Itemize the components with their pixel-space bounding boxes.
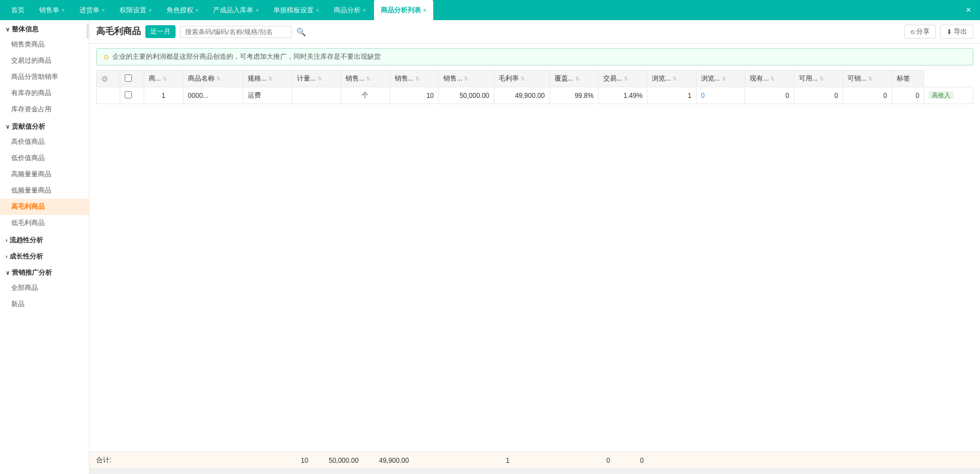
sidebar-item-low-value[interactable]: 低价值商品 [0, 150, 89, 166]
sidebar-item-high-margin[interactable]: 高毛利商品 [0, 199, 89, 215]
col-label-text-product-name: 商品名称 [188, 74, 215, 83]
col-header-unit[interactable]: 计量...⇅ [292, 71, 340, 87]
nav-tab-permission-settings[interactable]: 权限设置× [113, 0, 159, 20]
bottom-scrollbar[interactable] [89, 468, 980, 474]
sidebar-item-low-margin[interactable]: 低毛利商品 [0, 215, 89, 231]
col-header-product-name[interactable]: 商品名称⇅ [183, 71, 243, 87]
browse1-link[interactable]: 0 [701, 92, 705, 100]
sort-icon-margin-rate[interactable]: ⇅ [520, 76, 525, 82]
tab-close-icon-template-settings[interactable]: × [316, 7, 319, 13]
sort-icon-unit[interactable]: ⇅ [318, 76, 322, 82]
nav-tab-role-permission[interactable]: 角色授权× [160, 0, 206, 20]
sort-icon-spec[interactable]: ⇅ [268, 76, 273, 82]
sidebar-item-low-freq[interactable]: 低频量量商品 [0, 182, 89, 199]
sidebar-group-trend[interactable]: ›流趋性分析 [0, 231, 89, 247]
export-button[interactable]: ⬇导出 [940, 25, 973, 39]
col-header-browse1[interactable]: 浏览...⇅ [647, 71, 696, 87]
col-header-spec[interactable]: 规格...⇅ [243, 71, 292, 87]
col-label-text-sales-amount: 销售... [395, 74, 414, 83]
table-cell: 0 [892, 87, 924, 104]
tab-close-icon-product-import[interactable]: × [255, 7, 259, 13]
col-label-text-coverage: 覆盖... [555, 74, 574, 83]
col-header-sales-amount[interactable]: 销售...⇅ [390, 71, 438, 87]
info-icon: ⊙ [103, 53, 109, 61]
nav-tab-product-analysis-list[interactable]: 商品分析列表× [374, 0, 433, 20]
sort-icon-sellable[interactable]: ⇅ [868, 76, 873, 82]
sort-icon-current-stock[interactable]: ⇅ [770, 76, 775, 82]
col-header-sellable[interactable]: 可销...⇅ [843, 71, 892, 87]
window-close-icon[interactable]: × [962, 5, 976, 15]
col-header-settings: ⚙ [97, 71, 120, 87]
filter-month-btn[interactable]: 近一月 [145, 25, 176, 38]
sort-icon-browse2[interactable]: ⇅ [722, 76, 726, 82]
info-text: 企业的主要的利润都是这部分商品创造的，可考虑加大推广，同时关注库存是不要出现缺货 [112, 52, 381, 62]
search-icon[interactable]: 🔍 [296, 27, 306, 36]
sidebar-item-new-products[interactable]: 新品 [0, 296, 89, 312]
sort-icon-sales-amount[interactable]: ⇅ [415, 76, 420, 82]
col-label-text-row-num: 商... [149, 74, 161, 83]
table-cell: 10 [390, 87, 438, 104]
select-all-checkbox[interactable] [125, 74, 132, 82]
col-header-transaction[interactable]: 交易...⇅ [598, 71, 647, 87]
footer-cell [648, 457, 681, 464]
content-header: 高毛利商品 近一月 🔍 ⎋分享⬇导出 [89, 20, 980, 44]
col-header-coverage[interactable]: 覆盖...⇅ [550, 71, 598, 87]
settings-icon[interactable]: ⚙ [101, 74, 108, 83]
sort-icon-product-name[interactable]: ⇅ [216, 76, 221, 82]
sidebar-item-stock-capital[interactable]: 库存资金占用 [0, 101, 89, 118]
header-actions: ⎋分享⬇导出 [905, 25, 973, 39]
sidebar-group-overall[interactable]: ∨整体信息 [0, 20, 89, 36]
footer-cell [447, 457, 480, 464]
table-cell: 49,900.00 [494, 87, 550, 104]
sidebar-item-product-contribution[interactable]: 商品分营助销率 [0, 69, 89, 85]
sidebar-group-marketing[interactable]: ∨营销推广分析 [0, 264, 89, 280]
col-header-browse2[interactable]: 浏览...⇅ [696, 71, 745, 87]
footer-cell [413, 457, 447, 464]
nav-tab-home[interactable]: 首页 [4, 0, 31, 20]
sidebar-item-high-freq[interactable]: 高频量量商品 [0, 166, 89, 182]
nav-tab-purchase-order[interactable]: 进货单× [73, 0, 112, 20]
sidebar-item-in-stock[interactable]: 有库存的商品 [0, 85, 89, 101]
sidebar-item-all-products[interactable]: 全部商品 [0, 280, 89, 296]
sort-icon-sales-cost[interactable]: ⇅ [464, 76, 468, 82]
sort-icon-coverage[interactable]: ⇅ [575, 76, 580, 82]
col-label-text-current-stock: 现有... [750, 74, 769, 83]
tab-close-icon-sales-order[interactable]: × [61, 7, 65, 13]
tab-close-icon-permission-settings[interactable]: × [149, 7, 152, 13]
table-cell: 50,000.00 [439, 87, 494, 104]
sort-icon-transaction[interactable]: ⇅ [624, 76, 628, 82]
sidebar-group-financial[interactable]: ∨贡献值分析 [0, 118, 89, 134]
tab-close-icon-product-analysis[interactable]: × [363, 7, 366, 13]
sidebar-item-traded-products[interactable]: 交易过的商品 [0, 53, 89, 69]
sidebar-group-growth[interactable]: ›成长性分析 [0, 247, 89, 264]
row-checkbox[interactable] [125, 91, 132, 98]
tab-close-icon-role-permission[interactable]: × [196, 7, 199, 13]
sidebar-toggle[interactable]: « [87, 25, 89, 38]
sidebar-item-sales-products[interactable]: 销售类商品 [0, 36, 89, 53]
tab-close-icon-product-analysis-list[interactable]: × [423, 7, 427, 13]
col-header-row-num[interactable]: 商...⇅ [144, 71, 183, 87]
nav-tab-product-analysis[interactable]: 商品分析× [327, 0, 373, 20]
col-header-sales-qty[interactable]: 销售...⇅ [341, 71, 390, 87]
col-header-current-stock[interactable]: 现有...⇅ [745, 71, 794, 87]
group-label-overall: 整体信息 [12, 25, 39, 34]
col-header-margin-rate[interactable]: 毛利率⇅ [494, 71, 550, 87]
sort-icon-row-num[interactable]: ⇅ [163, 76, 167, 82]
table-cell: 0 [745, 87, 794, 104]
group-arrow-marketing: ∨ [6, 270, 10, 276]
nav-tab-template-settings[interactable]: 单据模板设置× [267, 0, 326, 20]
col-header-available[interactable]: 可用...⇅ [794, 71, 842, 87]
sidebar-item-high-value[interactable]: 高价值商品 [0, 134, 89, 150]
footer-cell: 0 [581, 457, 614, 464]
col-header-sales-cost[interactable]: 销售...⇅ [439, 71, 494, 87]
sort-icon-available[interactable]: ⇅ [820, 76, 824, 82]
share-button[interactable]: ⎋分享 [905, 25, 936, 39]
nav-tab-product-import[interactable]: 产成品入库单× [206, 0, 266, 20]
share-icon: ⎋ [911, 28, 915, 36]
tab-close-icon-purchase-order[interactable]: × [102, 7, 105, 13]
sort-icon-sales-qty[interactable]: ⇅ [366, 76, 371, 82]
search-input[interactable] [180, 26, 292, 38]
table-cell: 0000... [183, 87, 243, 104]
nav-tab-sales-order[interactable]: 销售单× [32, 0, 72, 20]
sort-icon-browse1[interactable]: ⇅ [673, 76, 677, 82]
